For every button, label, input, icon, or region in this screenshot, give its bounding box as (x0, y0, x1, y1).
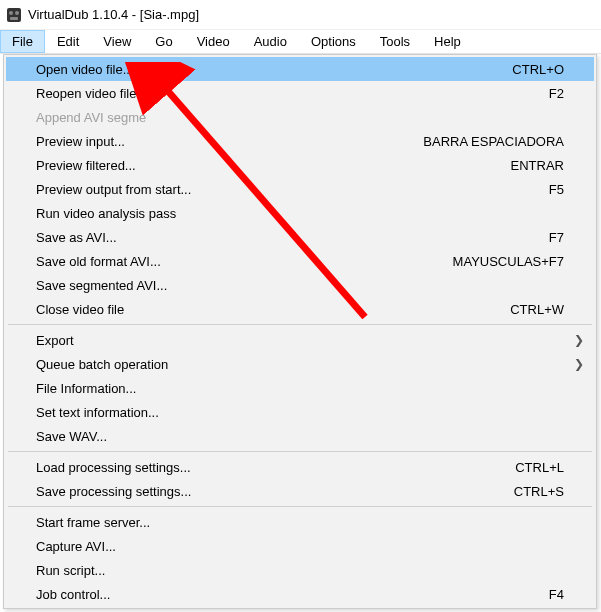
menu-options[interactable]: Options (299, 30, 368, 53)
svg-rect-3 (10, 17, 18, 20)
menu-view[interactable]: View (91, 30, 143, 53)
menu-item-label: Save as AVI... (36, 230, 414, 245)
menu-item-label: Save segmented AVI... (36, 278, 414, 293)
chevron-right-icon: ❯ (574, 333, 584, 347)
menu-help[interactable]: Help (422, 30, 473, 53)
menu-item-run-script[interactable]: Run script... (6, 558, 594, 582)
menu-item-load-settings[interactable]: Load processing settings... CTRL+L (6, 455, 594, 479)
menu-item-preview-filtered[interactable]: Preview filtered... ENTRAR (6, 153, 594, 177)
menu-item-export[interactable]: Export ❯ (6, 328, 594, 352)
menu-audio[interactable]: Audio (242, 30, 299, 53)
menu-item-shortcut: MAYUSCULAS+F7 (414, 254, 564, 269)
menu-item-shortcut: CTRL+O (414, 62, 564, 77)
menu-item-save-segmented[interactable]: Save segmented AVI... (6, 273, 594, 297)
menu-item-label: Save processing settings... (36, 484, 414, 499)
menu-item-label: Run video analysis pass (36, 206, 414, 221)
menu-item-label: Run script... (36, 563, 414, 578)
menu-item-label: Preview filtered... (36, 158, 414, 173)
menu-item-label: Preview input... (36, 134, 414, 149)
menu-item-label: Export (36, 333, 564, 348)
titlebar: VirtualDub 1.10.4 - [Sia-.mpg] (0, 0, 601, 30)
menu-item-shortcut: CTRL+L (414, 460, 564, 475)
menu-item-shortcut: F5 (414, 182, 564, 197)
menu-file[interactable]: File (0, 30, 45, 53)
menu-item-label: Reopen video file (36, 86, 414, 101)
menu-item-shortcut: BARRA ESPACIADORA (414, 134, 564, 149)
menu-item-capture-avi[interactable]: Capture AVI... (6, 534, 594, 558)
menu-item-reopen-video[interactable]: Reopen video file F2 (6, 81, 594, 105)
menu-item-label: Preview output from start... (36, 182, 414, 197)
menu-item-preview-output[interactable]: Preview output from start... F5 (6, 177, 594, 201)
menu-item-save-wav[interactable]: Save WAV... (6, 424, 594, 448)
menu-item-label: Set text information... (36, 405, 414, 420)
menu-item-queue-batch[interactable]: Queue batch operation ❯ (6, 352, 594, 376)
menu-edit[interactable]: Edit (45, 30, 91, 53)
menu-item-close-video[interactable]: Close video file CTRL+W (6, 297, 594, 321)
menu-item-label: Open video file... (36, 62, 414, 77)
menu-item-label: Save WAV... (36, 429, 414, 444)
menu-item-label: Capture AVI... (36, 539, 414, 554)
menu-item-label: Append AVI segme (36, 110, 414, 125)
chevron-right-icon: ❯ (574, 357, 584, 371)
svg-point-1 (9, 11, 13, 15)
menu-item-file-info[interactable]: File Information... (6, 376, 594, 400)
menu-item-shortcut: CTRL+W (414, 302, 564, 317)
menu-item-label: Save old format AVI... (36, 254, 414, 269)
menu-item-label: Close video file (36, 302, 414, 317)
menu-item-shortcut: F7 (414, 230, 564, 245)
menu-item-label: Start frame server... (36, 515, 414, 530)
menu-item-append-avi: Append AVI segme (6, 105, 594, 129)
app-icon (6, 7, 22, 23)
menu-item-shortcut: F2 (414, 86, 564, 101)
menu-video[interactable]: Video (185, 30, 242, 53)
svg-point-2 (15, 11, 19, 15)
menu-item-save-old-avi[interactable]: Save old format AVI... MAYUSCULAS+F7 (6, 249, 594, 273)
menubar: File Edit View Go Video Audio Options To… (0, 30, 601, 54)
menu-item-shortcut: F4 (414, 587, 564, 602)
menu-separator (8, 324, 592, 325)
menu-item-shortcut: CTRL+S (414, 484, 564, 499)
menu-item-label: File Information... (36, 381, 414, 396)
menu-item-label: Load processing settings... (36, 460, 414, 475)
menu-separator (8, 506, 592, 507)
menu-item-open-video[interactable]: Open video file... CTRL+O (6, 57, 594, 81)
menu-item-save-avi[interactable]: Save as AVI... F7 (6, 225, 594, 249)
menu-go[interactable]: Go (143, 30, 184, 53)
menu-item-save-settings[interactable]: Save processing settings... CTRL+S (6, 479, 594, 503)
menu-item-start-frame-server[interactable]: Start frame server... (6, 510, 594, 534)
menu-item-set-text[interactable]: Set text information... (6, 400, 594, 424)
menu-item-run-analysis[interactable]: Run video analysis pass (6, 201, 594, 225)
file-dropdown-menu: Open video file... CTRL+O Reopen video f… (3, 54, 597, 609)
menu-item-shortcut: ENTRAR (414, 158, 564, 173)
window-title: VirtualDub 1.10.4 - [Sia-.mpg] (28, 7, 199, 22)
menu-item-label: Queue batch operation (36, 357, 564, 372)
menu-item-preview-input[interactable]: Preview input... BARRA ESPACIADORA (6, 129, 594, 153)
menu-item-label: Job control... (36, 587, 414, 602)
menu-item-job-control[interactable]: Job control... F4 (6, 582, 594, 606)
menu-tools[interactable]: Tools (368, 30, 422, 53)
menu-separator (8, 451, 592, 452)
